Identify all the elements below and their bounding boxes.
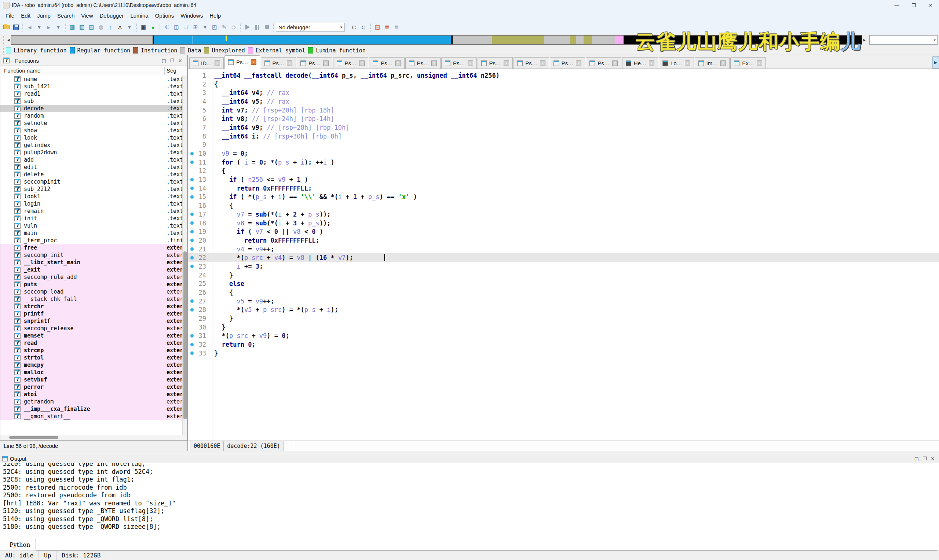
- code-line[interactable]: 2{: [188, 80, 939, 89]
- debug-dropdown-icon[interactable]: ▾: [200, 23, 210, 32]
- step-over-list-icon[interactable]: ≣: [392, 23, 401, 32]
- open-file-icon[interactable]: [2, 23, 11, 32]
- panel-float-icon[interactable]: ❐: [168, 58, 176, 63]
- function-row[interactable]: fperrorextern: [0, 383, 187, 391]
- function-row[interactable]: fseccomp_initextern: [0, 251, 187, 259]
- pseudocode-view[interactable]: 1__int64 __fastcall decode(__int64 p_s, …: [188, 69, 939, 440]
- function-row[interactable]: fsub_1421.text: [0, 83, 187, 90]
- function-row[interactable]: fatoiextern: [0, 391, 187, 398]
- tab-pseudocode[interactable]: Ps…x: [405, 57, 441, 69]
- function-row[interactable]: f_exitextern: [0, 266, 187, 274]
- function-row[interactable]: fsnprintfextern: [0, 317, 187, 325]
- code-line[interactable]: 15 if ( *(p_s + i) == '\\' && *(i + 1 + …: [188, 193, 939, 202]
- function-row[interactable]: freadextern: [0, 339, 187, 347]
- function-row[interactable]: fstrtolextern: [0, 354, 187, 362]
- function-row[interactable]: frandom.text: [0, 112, 187, 120]
- pause-process-icon[interactable]: [253, 23, 262, 32]
- function-row[interactable]: ffreeextern: [0, 244, 187, 251]
- function-row[interactable]: finit.text: [0, 215, 187, 222]
- trace-window-icon[interactable]: ◰: [210, 23, 219, 32]
- function-row[interactable]: fstrchrextern: [0, 303, 187, 310]
- menu-help[interactable]: Help: [206, 11, 224, 20]
- output-window-icon[interactable]: ▤: [373, 23, 382, 32]
- tab-close-icon[interactable]: x: [287, 60, 292, 66]
- tab-pseudocode-active[interactable]: Ps…x: [225, 55, 260, 69]
- function-row[interactable]: fname.text: [0, 75, 187, 83]
- function-row[interactable]: fsub.text: [0, 97, 187, 105]
- function-row[interactable]: f_term_proc.fini: [0, 237, 187, 244]
- function-row[interactable]: fvuln.text: [0, 222, 187, 229]
- code-line[interactable]: 25 else: [188, 280, 939, 288]
- tab-local-types[interactable]: Lo…x: [659, 57, 694, 69]
- font-icon[interactable]: A: [116, 23, 124, 32]
- code-line[interactable]: 30 }: [188, 323, 939, 332]
- menu-edit[interactable]: Edit: [18, 11, 34, 20]
- function-row[interactable]: fmemsetextern: [0, 332, 187, 339]
- panel-close-icon[interactable]: ✕: [176, 58, 184, 63]
- function-row[interactable]: fmain.text: [0, 229, 187, 237]
- cli-input[interactable]: [36, 539, 937, 551]
- open-hexview-icon[interactable]: ▦: [68, 23, 77, 32]
- tab-close-icon[interactable]: x: [612, 60, 618, 66]
- navband-combobox[interactable]: ▾: [869, 35, 937, 45]
- function-row[interactable]: fadd.text: [0, 156, 187, 163]
- code-line[interactable]: 4 __int64 v5; // rax: [188, 97, 939, 106]
- tab-pseudocode[interactable]: Ps…x: [441, 57, 477, 69]
- column-divider[interactable]: [164, 67, 165, 75]
- code-line[interactable]: 10 v9 = 0;: [188, 149, 939, 158]
- code-line[interactable]: 28 *(v5 + p_src) = *(p_s + i);: [188, 306, 939, 314]
- code-line[interactable]: 13 if ( n256 <= v9 + 1 ): [188, 175, 939, 184]
- function-row[interactable]: fsetnote.text: [0, 120, 187, 127]
- code-line[interactable]: 20 return 0xFFFFFFFFLL;: [188, 236, 939, 245]
- menu-debugger[interactable]: Debugger: [97, 11, 127, 20]
- code-line[interactable]: 11 for ( i = 0; *(p_s + i); ++i ): [188, 158, 939, 167]
- code-line[interactable]: 33}: [188, 349, 939, 358]
- maximize-button[interactable]: ❐: [905, 0, 922, 10]
- tab-pseudocode[interactable]: Ps…x: [261, 57, 296, 69]
- scrollbar-thumb[interactable]: [183, 251, 187, 419]
- tab-exports[interactable]: Ex…x: [730, 57, 766, 69]
- tab-pseudocode[interactable]: Ps…x: [586, 57, 621, 69]
- tab-close-icon[interactable]: x: [323, 60, 328, 66]
- scrollbar-thumb[interactable]: [9, 436, 58, 439]
- code-line[interactable]: 12 {: [188, 167, 939, 175]
- function-row[interactable]: f__imp___cxa_finalizeextern: [0, 405, 187, 413]
- stop-process-icon[interactable]: [262, 23, 271, 32]
- functions-vertical-scrollbar[interactable]: [182, 75, 187, 435]
- edit-trace-icon[interactable]: ✎: [220, 23, 228, 32]
- tab-close-icon[interactable]: x: [540, 60, 546, 66]
- function-row[interactable]: fshow.text: [0, 127, 187, 134]
- function-row[interactable]: fgetrandomextern: [0, 398, 187, 405]
- output-restore-icon[interactable]: ▢: [913, 456, 920, 462]
- tab-close-icon[interactable]: x: [720, 60, 726, 66]
- tab-close-icon[interactable]: x: [504, 60, 509, 66]
- function-row[interactable]: fseccompinit.text: [0, 178, 187, 185]
- function-row[interactable]: fstrcmpextern: [0, 347, 187, 354]
- function-row[interactable]: fdelete.text: [0, 171, 187, 178]
- function-row[interactable]: fseccomp_rule_addextern: [0, 274, 187, 281]
- menu-file[interactable]: File: [2, 11, 18, 20]
- code-line[interactable]: 14 return 0xFFFFFFFFLL;: [188, 184, 939, 193]
- horizontal-splitter[interactable]: [0, 451, 939, 454]
- code-line[interactable]: 32 return 0;: [188, 340, 939, 349]
- python-cli-tab[interactable]: Python: [4, 539, 36, 551]
- open-names-icon[interactable]: ◍: [97, 23, 105, 32]
- tab-close-icon[interactable]: x: [431, 60, 437, 66]
- code-line[interactable]: 31 *(p_src + v9) = 0;: [188, 332, 939, 340]
- function-row[interactable]: fremain.text: [0, 208, 187, 215]
- function-row[interactable]: f__gmon_start__extern: [0, 413, 187, 420]
- code-line[interactable]: 22 *(p_src + v4) = v8 | (16 * v7);: [188, 253, 939, 262]
- function-row[interactable]: fprintfextern: [0, 310, 187, 317]
- menu-search[interactable]: Search: [54, 11, 78, 20]
- minimize-button[interactable]: —: [888, 0, 905, 10]
- start-process-icon[interactable]: [243, 23, 252, 32]
- tab-close-icon[interactable]: x: [214, 60, 220, 66]
- debugger-attach-icon[interactable]: ℂ: [162, 23, 171, 32]
- watch-window-icon[interactable]: ❏: [182, 23, 190, 32]
- code-line[interactable]: 5 int v7; // [rsp+20h] [rbp-18h]: [188, 106, 939, 115]
- tab-close-icon[interactable]: x: [649, 60, 654, 66]
- code-line[interactable]: 1__int64 __fastcall decode(__int64 p_s, …: [188, 71, 939, 80]
- diamond-icon[interactable]: ◇: [229, 23, 238, 32]
- column-function-name[interactable]: Function name: [4, 68, 40, 74]
- menu-jump[interactable]: Jump: [34, 11, 54, 20]
